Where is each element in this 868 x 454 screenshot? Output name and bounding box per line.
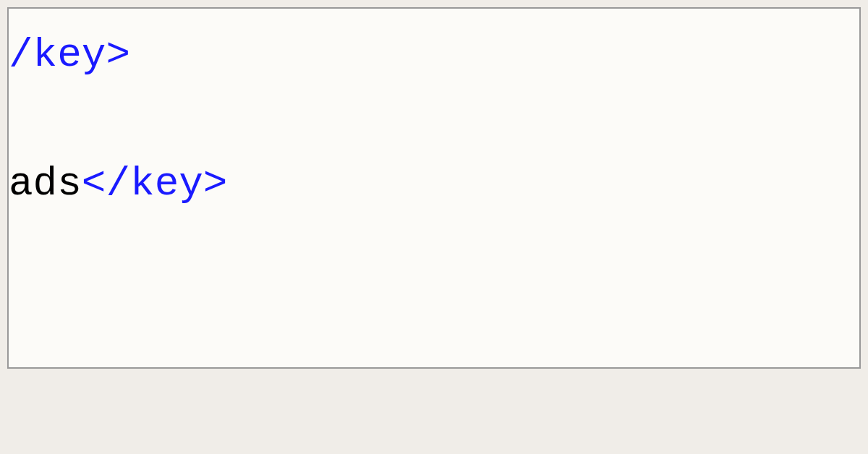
code-line-2: ads</key> <box>9 155 859 212</box>
xml-tag-fragment: /key> <box>9 32 130 78</box>
code-snippet-box: /key> ads</key> <box>7 7 861 369</box>
xml-close-tag: </key> <box>82 160 228 207</box>
code-line-1: /key> <box>9 27 859 83</box>
xml-text-fragment: ads <box>9 160 82 207</box>
